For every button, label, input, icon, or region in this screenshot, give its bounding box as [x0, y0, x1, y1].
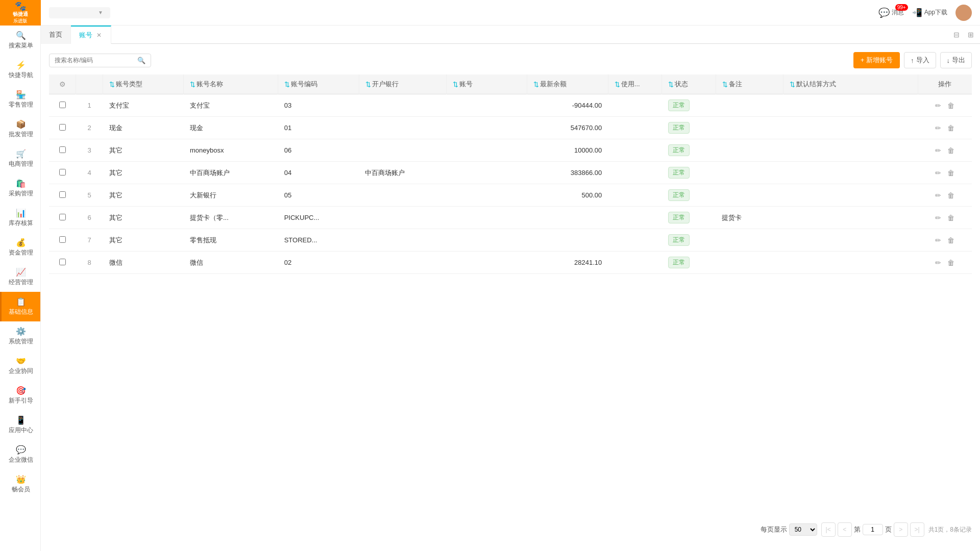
sidebar-item-purchase[interactable]: 🛍️ 采购管理: [0, 173, 40, 203]
message-button[interactable]: 💬 99+ 消息: [878, 7, 904, 18]
sidebar-item-search-menu[interactable]: 🔍 搜索菜单: [0, 26, 40, 55]
top-search-box[interactable]: ▼: [49, 7, 110, 18]
sidebar-item-quick-nav[interactable]: ⚡ 快捷导航: [0, 55, 40, 85]
table-row: 8 微信 微信 02 28241.10 正常 ✏ 🗑: [49, 252, 972, 274]
row-checkbox[interactable]: [49, 162, 76, 184]
prev-page-button[interactable]: <: [838, 522, 852, 537]
tab-expand-icon[interactable]: ⊞: [966, 29, 976, 41]
tab-minimize-icon[interactable]: ⊟: [951, 29, 962, 41]
row-code: 04: [278, 162, 359, 184]
sidebar-item-retail[interactable]: 🏪 零售管理: [0, 85, 40, 114]
row-checkbox[interactable]: [49, 207, 76, 229]
row-checkbox[interactable]: [49, 94, 76, 117]
inventory-icon: 📊: [16, 208, 26, 218]
content-area: 🔍 + 新增账号 ↑ 导入 ↓ 导出: [41, 44, 980, 551]
delete-button[interactable]: 🗑: [945, 123, 957, 133]
message-badge: 99+: [895, 4, 908, 11]
tab-account[interactable]: 账号 ✕: [71, 26, 111, 44]
row-action: ✏ 🗑: [918, 184, 972, 207]
col-type-header[interactable]: ⇅账号类型: [103, 74, 184, 94]
last-page-button[interactable]: >|: [910, 522, 924, 537]
top-search-input[interactable]: [54, 9, 95, 16]
sidebar-item-basic-info[interactable]: 📋 基础信息: [0, 292, 40, 321]
sidebar-item-vip[interactable]: 👑 畅会员: [0, 469, 40, 499]
sidebar-item-inventory[interactable]: 📊 库存核算: [0, 203, 40, 233]
account-search-input[interactable]: [55, 57, 134, 64]
row-checkbox[interactable]: [49, 117, 76, 139]
status-badge: 正常: [668, 99, 690, 111]
col-account-header[interactable]: ⇅账号: [447, 74, 527, 94]
row-balance: 28241.10: [527, 252, 608, 274]
import-label: 导入: [916, 56, 929, 65]
header-left: ▼: [49, 7, 110, 18]
edit-button[interactable]: ✏: [933, 168, 943, 178]
delete-button[interactable]: 🗑: [945, 235, 957, 245]
sidebar-item-wechat[interactable]: 💬 企业微信: [0, 440, 40, 469]
edit-button[interactable]: ✏: [933, 213, 943, 223]
edit-button[interactable]: ✏: [933, 101, 943, 111]
row-checkbox[interactable]: [49, 139, 76, 162]
row-name: 现金: [184, 117, 278, 139]
first-page-button[interactable]: |<: [821, 522, 836, 537]
delete-button[interactable]: 🗑: [945, 101, 957, 111]
next-page-button[interactable]: >: [894, 522, 908, 537]
edit-button[interactable]: ✏: [933, 258, 943, 268]
user-avatar[interactable]: [955, 5, 972, 21]
edit-button[interactable]: ✏: [933, 123, 943, 133]
row-checkbox[interactable]: [49, 184, 76, 207]
delete-button[interactable]: 🗑: [945, 168, 957, 178]
col-usage-header[interactable]: ⇅使用...: [608, 74, 662, 94]
row-settle: [783, 184, 918, 207]
delete-button[interactable]: 🗑: [945, 190, 957, 201]
row-balance: -90444.00: [527, 94, 608, 117]
col-status-header[interactable]: ⇅状态: [662, 74, 716, 94]
sidebar-item-wholesale[interactable]: 📦 批发管理: [0, 114, 40, 144]
row-code: PICKUPC...: [278, 207, 359, 229]
sidebar-item-system[interactable]: ⚙️ 系统管理: [0, 321, 40, 351]
wholesale-icon: 📦: [16, 119, 26, 129]
col-remark-header[interactable]: ⇅备注: [716, 74, 783, 94]
column-settings-icon[interactable]: ⚙: [59, 80, 66, 88]
delete-button[interactable]: 🗑: [945, 213, 957, 223]
col-name-header[interactable]: ⇅账号名称: [184, 74, 278, 94]
row-usage: [608, 184, 662, 207]
row-checkbox[interactable]: [49, 229, 76, 252]
page-size-selector[interactable]: 每页显示 50 100 200: [761, 523, 817, 536]
delete-button[interactable]: 🗑: [945, 145, 957, 156]
add-account-button[interactable]: + 新增账号: [853, 52, 900, 68]
edit-button[interactable]: ✏: [933, 145, 943, 156]
sidebar-item-app-center[interactable]: 📱 应用中心: [0, 410, 40, 440]
col-settle-header[interactable]: ⇅默认结算方式: [783, 74, 918, 94]
sidebar-item-capital[interactable]: 💰 资金管理: [0, 233, 40, 262]
row-type: 其它: [103, 162, 184, 184]
tab-close-icon[interactable]: ✕: [95, 31, 103, 40]
import-button[interactable]: ↑ 导入: [904, 52, 936, 68]
delete-button[interactable]: 🗑: [945, 258, 957, 268]
export-button[interactable]: ↓ 导出: [940, 52, 972, 68]
row-action: ✏ 🗑: [918, 252, 972, 274]
dropdown-arrow-icon: ▼: [98, 10, 103, 15]
current-page-input[interactable]: [863, 524, 883, 535]
tab-home[interactable]: 首页: [41, 26, 71, 44]
main-area: ▼ 💬 99+ 消息 📲 App下载 首页 账号 ✕ ⊟ ⊞: [41, 0, 980, 551]
sidebar-item-ecommerce[interactable]: 🛒 电商管理: [0, 144, 40, 173]
row-settle: [783, 162, 918, 184]
col-balance-header[interactable]: ⇅最新余额: [527, 74, 608, 94]
app-center-icon: 📱: [16, 415, 26, 425]
sidebar-item-operations[interactable]: 📈 经营管理: [0, 262, 40, 292]
sidebar-item-enterprise[interactable]: 🤝 企业协同: [0, 351, 40, 381]
edit-button[interactable]: ✏: [933, 235, 943, 245]
table-row: 3 其它 moneybosx 06 10000.00 正常 ✏ 🗑: [49, 139, 972, 162]
col-code-header[interactable]: ⇅账号编码: [278, 74, 359, 94]
app-download-button[interactable]: 📲 App下载: [912, 8, 947, 17]
row-remark: [716, 184, 783, 207]
row-checkbox[interactable]: [49, 252, 76, 274]
col-bank-header[interactable]: ⇅开户银行: [359, 74, 447, 94]
edit-button[interactable]: ✏: [933, 190, 943, 201]
per-page-select[interactable]: 50 100 200: [789, 523, 817, 536]
row-name: moneybosx: [184, 139, 278, 162]
sidebar-item-guide[interactable]: 🎯 新手引导: [0, 381, 40, 410]
account-search-box[interactable]: 🔍: [49, 54, 151, 67]
row-settle: [783, 252, 918, 274]
row-type: 其它: [103, 207, 184, 229]
